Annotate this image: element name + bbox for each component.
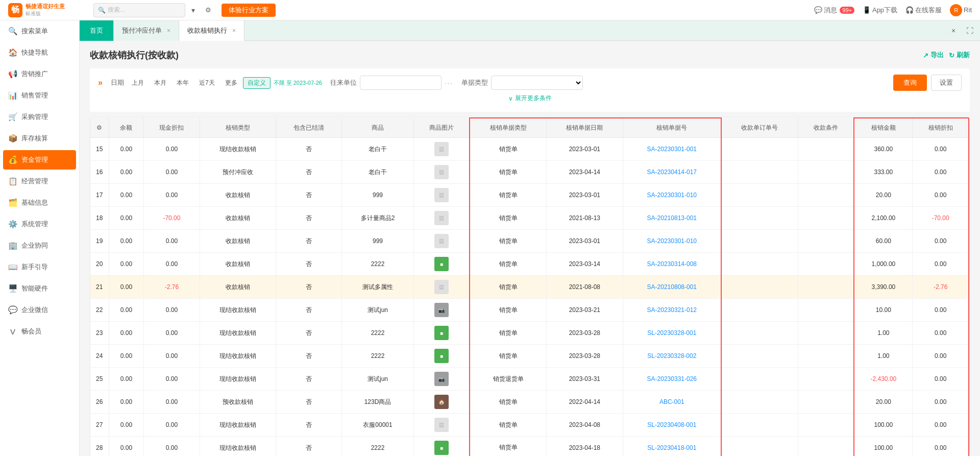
- tabbar: 首页 预付冲应付单 × 收款核销执行 × × ⛶: [80, 20, 980, 41]
- sidebar-item-label: 库存核算: [21, 134, 48, 143]
- cell-voucher-date: 2022-04-14: [547, 391, 623, 414]
- expand-icon: ∨: [508, 95, 513, 102]
- data-table: ⚙ 余额 现金折扣 核销类型 包含已结清 商品 商品图片 核销单据类型 核销单据…: [90, 117, 969, 456]
- app-icon: 📱: [863, 6, 871, 14]
- cell-type: 预收款核销: [200, 391, 276, 414]
- maximize-icon[interactable]: ⛶: [964, 25, 976, 37]
- cell-goods: 2222: [342, 322, 414, 345]
- main-area: 首页 预付冲应付单 × 收款核销执行 × × ⛶ 收款核销执行(按收款) ↗: [80, 20, 980, 456]
- filter-double-arrow[interactable]: »: [98, 78, 103, 87]
- user-info[interactable]: R Rit: [950, 4, 972, 16]
- voucher-no-link[interactable]: SA-20230314-008: [647, 260, 697, 268]
- sidebar-item-sales[interactable]: 📊 销售管理: [0, 85, 79, 106]
- col-discount: 核销折扣: [913, 118, 969, 138]
- tab-prepay[interactable]: 预付冲应付单 ×: [114, 20, 179, 41]
- cell-order-no: [721, 345, 798, 368]
- online-service[interactable]: 🎧 在线客服: [905, 6, 942, 15]
- sidebar-item-label: 畅会员: [21, 327, 41, 336]
- basic-icon: 🗂️: [8, 198, 17, 207]
- sidebar-item-nav[interactable]: 🏠 快捷导航: [0, 42, 79, 63]
- voucher-no-link[interactable]: SL-20230418-001: [647, 444, 696, 451]
- filter-date-more[interactable]: 更多: [220, 77, 242, 89]
- sidebar-item-corp[interactable]: 🏢 企业协同: [0, 235, 79, 256]
- sidebar-item-hardware[interactable]: 🖥️ 智能硬件: [0, 278, 79, 299]
- voucher-no-link[interactable]: SA-20230321-012: [647, 306, 697, 314]
- cell-voucher-date: 2023-03-01: [547, 184, 623, 207]
- filter-source-input[interactable]: [360, 76, 442, 90]
- filter-date-last-month[interactable]: 上月: [127, 77, 149, 89]
- cell-amount: 333.00: [854, 161, 913, 184]
- col-condition: 收款条件: [798, 118, 854, 138]
- voucher-no-link[interactable]: SL-20230328-002: [647, 352, 696, 359]
- sidebar-item-member[interactable]: V 畅会员: [0, 321, 79, 342]
- sidebar-item-basic[interactable]: 🗂️ 基础信息: [0, 192, 79, 213]
- filter-date-this-month[interactable]: 本月: [150, 77, 171, 89]
- cell-condition: [798, 184, 854, 207]
- query-button[interactable]: 查询: [893, 75, 927, 91]
- voucher-no-link[interactable]: SA-20230301-001: [647, 146, 697, 153]
- product-image: 🖼: [434, 211, 449, 225]
- voucher-no-link[interactable]: ABC-001: [659, 398, 684, 405]
- cell-type: 现结收款核销: [200, 345, 276, 368]
- gear-icon[interactable]: ⚙: [201, 3, 215, 17]
- filter-date-this-year[interactable]: 本年: [172, 77, 193, 89]
- sidebar-item-label: 基础信息: [21, 198, 48, 207]
- filter-voucher-type: 单据类型: [461, 76, 583, 90]
- sidebar-item-ops[interactable]: 📋 经营管理: [0, 171, 79, 192]
- cell-voucher-type: 销货单: [470, 299, 546, 322]
- dropdown-arrow[interactable]: ▾: [191, 6, 195, 14]
- product-image: 🖼: [434, 280, 449, 294]
- topbar-search[interactable]: 🔍 搜索...: [93, 3, 185, 17]
- voucher-no-link[interactable]: SL-20230408-001: [647, 421, 696, 428]
- voucher-no-link[interactable]: SA-20210813-001: [647, 214, 697, 222]
- tab-receipt-close[interactable]: ×: [232, 27, 236, 34]
- filter-voucher-select[interactable]: [491, 76, 583, 90]
- app-download[interactable]: 📱 App下载: [863, 6, 897, 15]
- col-settings[interactable]: ⚙: [90, 118, 109, 138]
- cell-voucher-date: 2023-04-18: [547, 437, 623, 457]
- purchase-icon: 🛒: [8, 112, 17, 122]
- cell-condition: [798, 161, 854, 184]
- voucher-no-link[interactable]: SA-20210808-001: [647, 283, 697, 291]
- close-window-icon[interactable]: ×: [947, 25, 960, 37]
- cell-discount: 0.00: [913, 391, 969, 414]
- expand-button[interactable]: ∨ 展开更多条件: [508, 94, 552, 103]
- sidebar-item-marketing[interactable]: 📢 营销推广: [0, 63, 79, 85]
- cell-goods-img: ■: [413, 345, 470, 368]
- settings-button[interactable]: 设置: [931, 75, 962, 91]
- message-area[interactable]: 💬 消息 99+: [814, 6, 854, 15]
- industry-solution-button[interactable]: 体验行业方案: [222, 4, 276, 17]
- voucher-no-link[interactable]: SA-20230301-010: [647, 191, 697, 199]
- filter-date-custom[interactable]: 自定义: [243, 77, 271, 89]
- voucher-no-link[interactable]: SA-20230414-017: [647, 169, 697, 176]
- tab-home[interactable]: 首页: [80, 20, 114, 41]
- cell-no: 15: [90, 138, 109, 161]
- sidebar-item-guide[interactable]: 📖 新手引导: [0, 256, 79, 278]
- sidebar-item-system[interactable]: ⚙️ 系统管理: [0, 213, 79, 235]
- refresh-button[interactable]: ↻ 刷新: [949, 51, 970, 60]
- tab-prepay-close[interactable]: ×: [167, 27, 170, 34]
- product-image: ■: [434, 257, 449, 271]
- sidebar-item-label: 资金管理: [21, 155, 48, 164]
- export-button[interactable]: ↗ 导出: [923, 51, 944, 60]
- sidebar-item-wechat[interactable]: 💬 企业微信: [0, 299, 79, 321]
- voucher-no-link[interactable]: SA-20230301-010: [647, 237, 697, 245]
- cell-goods: 999: [342, 230, 414, 253]
- voucher-no-link[interactable]: SA-20230331-026: [647, 375, 697, 382]
- cell-balance: 0.00: [109, 253, 144, 276]
- sidebar-item-search[interactable]: 🔍 搜索菜单: [0, 20, 79, 42]
- tab-receipt[interactable]: 收款核销执行 ×: [179, 20, 244, 41]
- cell-discount: 0.00: [913, 299, 969, 322]
- sidebar-item-purchase[interactable]: 🛒 采购管理: [0, 106, 79, 128]
- col-amount: 核销金额: [854, 118, 913, 138]
- cell-settled: 否: [276, 207, 341, 230]
- cell-order-no: [721, 138, 798, 161]
- voucher-no-link[interactable]: SL-20230328-001: [647, 329, 696, 337]
- sidebar-item-label: 企业协同: [21, 241, 48, 250]
- cell-settled: 否: [276, 437, 341, 457]
- sidebar-item-finance[interactable]: 💰 资金管理: [3, 150, 76, 170]
- sidebar-item-inventory[interactable]: 📦 库存核算: [0, 128, 79, 149]
- filter-date-7days[interactable]: 近7天: [194, 77, 219, 89]
- cell-amount: 100.00: [854, 437, 913, 457]
- cell-voucher-type: 销货单: [470, 345, 546, 368]
